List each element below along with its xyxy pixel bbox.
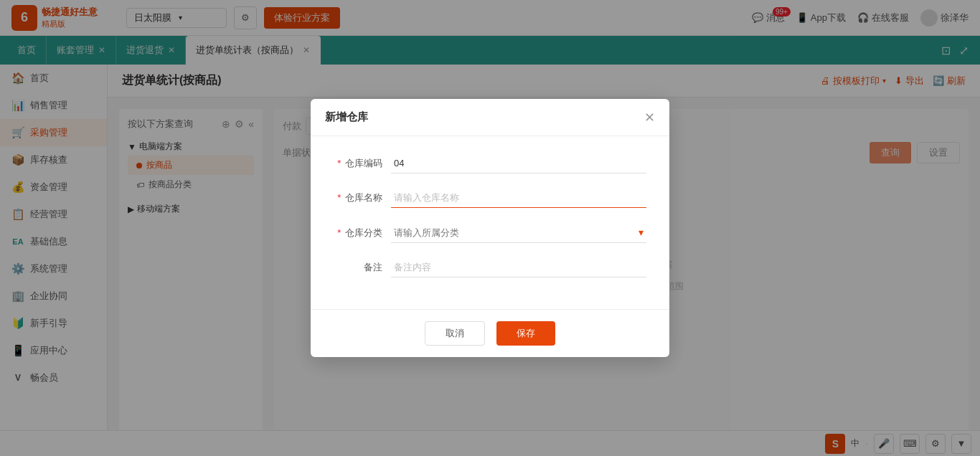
modal-overlay[interactable]: 新增仓库 ✕ * 仓库编码 * 仓库名称 [0,0,980,456]
select-arrow-icon: ▾ [639,227,644,238]
category-select-wrapper[interactable]: ▾ [391,222,646,243]
required-star-code: * [337,158,341,168]
modal-header: 新增仓库 ✕ [311,99,669,136]
warehouse-code-input[interactable] [391,153,646,174]
name-label: * 仓库名称 [334,191,391,204]
required-star-name: * [337,192,341,203]
modal-body: * 仓库编码 * 仓库名称 * 仓库分类 [311,136,669,309]
new-warehouse-modal: 新增仓库 ✕ * 仓库编码 * 仓库名称 [311,99,669,357]
category-select-input[interactable] [394,227,639,238]
form-row-category: * 仓库分类 ▾ [334,222,646,243]
notes-label: 备注 [334,261,391,274]
cancel-button[interactable]: 取消 [425,321,485,346]
modal-close-icon[interactable]: ✕ [644,111,655,124]
category-label: * 仓库分类 [334,227,391,239]
modal-title: 新增仓库 [325,110,368,124]
form-row-notes: 备注 [334,257,646,277]
warehouse-name-input[interactable] [391,188,646,208]
form-row-name: * 仓库名称 [334,188,646,208]
form-row-code: * 仓库编码 [334,153,646,174]
save-button[interactable]: 保存 [496,321,555,346]
modal-footer: 取消 保存 [311,309,669,357]
code-label: * 仓库编码 [334,157,391,170]
required-star-category: * [337,227,341,238]
notes-input[interactable] [391,257,646,277]
